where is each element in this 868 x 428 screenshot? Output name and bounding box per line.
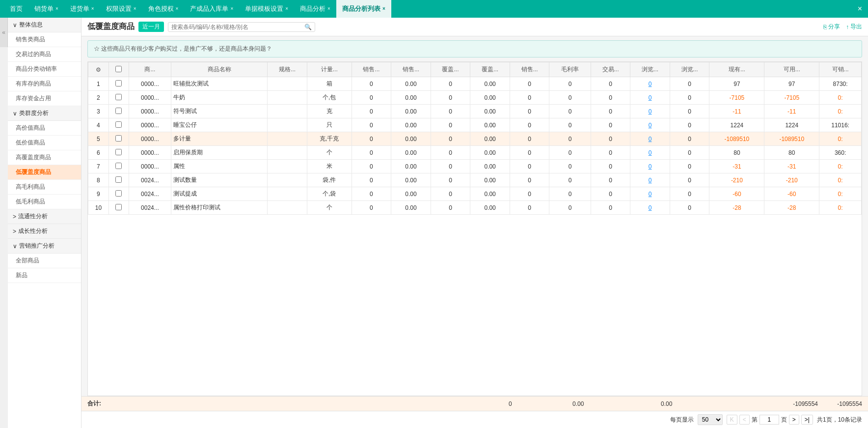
row-checkbox[interactable] (108, 187, 129, 201)
share-button[interactable]: ⎘ 分享 (823, 23, 840, 31)
sidebar-item-stock-capital[interactable]: 库存资金占用 (8, 91, 81, 106)
row-select-checkbox[interactable] (115, 190, 122, 197)
sidebar-item-category-rate[interactable]: 商品分类动销率 (8, 62, 81, 77)
row-sellable: 0: (819, 160, 862, 173)
sidebar-toggle[interactable]: « (0, 18, 8, 47)
col-browse1[interactable]: 浏览... (630, 62, 670, 77)
sidebar-section-growth[interactable]: > 成长性分析 (8, 224, 81, 239)
nav-product-analysis-close[interactable]: × (327, 0, 330, 18)
nav-template[interactable]: 单据模板设置 × (239, 0, 294, 18)
col-available[interactable]: 可用... (764, 62, 819, 77)
settings-icon[interactable]: ⚙ (96, 66, 101, 73)
row-checkbox[interactable] (108, 146, 129, 160)
row-browse1[interactable]: 0 (630, 91, 670, 105)
row-browse1[interactable]: 0 (630, 132, 670, 146)
col-name[interactable]: 商品名称 (171, 62, 268, 77)
row-browse1[interactable]: 0 (630, 160, 670, 173)
sidebar-item-high-margin[interactable]: 高毛利商品 (8, 180, 81, 195)
search-input[interactable] (171, 24, 304, 30)
nav-purchase[interactable]: 进货单 × (64, 0, 100, 18)
nav-product-analysis-list-close[interactable]: × (382, 0, 385, 18)
col-settings[interactable]: ⚙ (88, 62, 109, 77)
row-select-checkbox[interactable] (115, 135, 122, 142)
nav-sales-close[interactable]: × (55, 0, 58, 18)
sidebar-item-high-value[interactable]: 高价值商品 (8, 121, 81, 136)
export-button[interactable]: ↑ 导出 (846, 23, 862, 31)
nav-permissions[interactable]: 权限设置 × (100, 0, 142, 18)
sidebar-item-low-coverage[interactable]: 低覆盖度商品 (8, 165, 81, 180)
col-spec[interactable]: 规格... (268, 62, 307, 77)
col-browse2[interactable]: 浏览... (670, 62, 709, 77)
row-browse1[interactable]: 0 (630, 146, 670, 160)
first-page-button[interactable]: K (727, 415, 737, 425)
row-browse1[interactable]: 0 (630, 201, 670, 215)
row-checkbox[interactable] (108, 105, 129, 118)
nav-roles[interactable]: 角色授权 × (142, 0, 185, 18)
row-browse1[interactable]: 0 (630, 105, 670, 118)
row-checkbox[interactable] (108, 77, 129, 91)
sidebar-item-new-goods[interactable]: 新品 (8, 268, 81, 283)
sidebar-item-all-goods[interactable]: 全部商品 (8, 254, 81, 268)
nav-roles-close[interactable]: × (176, 0, 179, 18)
col-gross-rate[interactable]: 毛利率 (549, 62, 591, 77)
row-checkbox[interactable] (108, 118, 129, 132)
nav-product-entry[interactable]: 产成品入库单 × (184, 0, 239, 18)
nav-purchase-close[interactable]: × (91, 0, 94, 18)
col-current[interactable]: 现有... (709, 62, 764, 77)
row-checkbox[interactable] (108, 173, 129, 187)
nav-home[interactable]: 首页 (4, 0, 28, 18)
col-sellable[interactable]: 可销... (819, 62, 862, 77)
nav-product-analysis-list[interactable]: 商品分析列表 × (336, 0, 391, 18)
select-all-checkbox[interactable] (115, 66, 122, 72)
row-select-checkbox[interactable] (115, 94, 122, 100)
row-select-checkbox[interactable] (115, 121, 122, 128)
row-checkbox[interactable] (108, 132, 129, 146)
filter-button[interactable]: 近一月 (138, 22, 164, 32)
sidebar-section-marketing[interactable]: ∨ 营销推广分析 (8, 239, 81, 254)
row-select-checkbox[interactable] (115, 163, 122, 169)
sidebar-item-low-value[interactable]: 低价值商品 (8, 136, 81, 150)
per-page-select[interactable]: 50 20 100 200 (698, 414, 723, 425)
sidebar-section-cluster[interactable]: ∨ 类群度分析 (8, 106, 81, 121)
nav-sales[interactable]: 销货单 × (28, 0, 64, 18)
row-select-checkbox[interactable] (115, 80, 122, 86)
sidebar-item-low-margin[interactable]: 低毛利商品 (8, 195, 81, 209)
sidebar-item-stock-goods[interactable]: 有库存的商品 (8, 77, 81, 91)
row-browse1[interactable]: 0 (630, 118, 670, 132)
nav-product-analysis[interactable]: 商品分析 × (294, 0, 336, 18)
row-browse1[interactable]: 0 (630, 77, 670, 91)
window-close-button[interactable]: × (856, 2, 864, 15)
sidebar-item-sales-goods[interactable]: 销售类商品 (8, 32, 81, 47)
last-page-button[interactable]: >| (801, 415, 813, 425)
row-browse1[interactable]: 0 (630, 187, 670, 201)
search-icon[interactable]: 🔍 (304, 24, 312, 30)
row-select-checkbox[interactable] (115, 204, 122, 210)
row-checkbox[interactable] (108, 201, 129, 215)
col-cov1[interactable]: 覆盖... (431, 62, 470, 77)
col-code[interactable]: 商... (129, 62, 171, 77)
prev-page-button[interactable]: < (739, 415, 750, 425)
col-trans[interactable]: 交易... (591, 62, 630, 77)
nav-product-entry-close[interactable]: × (230, 0, 233, 18)
col-sales-count[interactable]: 销售... (352, 62, 391, 77)
sidebar-item-high-coverage[interactable]: 高覆盖度商品 (8, 150, 81, 165)
next-page-button[interactable]: > (789, 415, 799, 425)
row-code: 0024... (129, 173, 171, 187)
nav-template-close[interactable]: × (285, 0, 288, 18)
row-checkbox[interactable] (108, 160, 129, 173)
col-cov2[interactable]: 覆盖... (470, 62, 510, 77)
row-select-checkbox[interactable] (115, 176, 122, 183)
row-select-checkbox[interactable] (115, 108, 122, 114)
row-select-checkbox[interactable] (115, 149, 122, 155)
page-number-input[interactable] (760, 415, 779, 425)
row-checkbox[interactable] (108, 91, 129, 105)
col-unit[interactable]: 计量... (307, 62, 352, 77)
row-browse1[interactable]: 0 (630, 173, 670, 187)
col-sales-amount[interactable]: 销售... (391, 62, 431, 77)
col-sales-extra[interactable]: 销售... (510, 62, 549, 77)
sidebar-section-flow[interactable]: > 流通性分析 (8, 209, 81, 224)
nav-permissions-close[interactable]: × (134, 0, 136, 18)
sidebar-section-overall[interactable]: ∨ 整体信息 (8, 18, 81, 32)
row-name: 测试提成 (171, 187, 268, 201)
sidebar-item-traded-goods[interactable]: 交易过的商品 (8, 47, 81, 62)
